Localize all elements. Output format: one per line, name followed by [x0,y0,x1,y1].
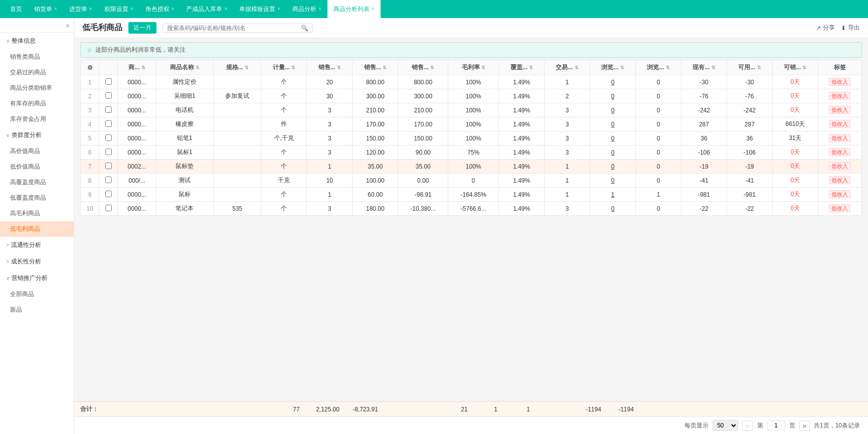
sidebar-item-交易过的商品[interactable]: 交易过的商品 [0,65,74,80]
nav-close-icon[interactable]: × [277,0,280,18]
sidebar-item-库存资金占用[interactable]: 库存资金占用 [0,111,74,127]
row-number: 6 [81,146,99,160]
sidebar-item-低毛利商品[interactable]: 低毛利商品 [0,221,74,237]
col-header-coverage[interactable]: 覆盖... ⇅ [499,60,545,75]
col-header-spec[interactable]: 规格... ⇅ [214,60,261,75]
table-row: 100000...笔记本535个3180.00-10,380...-5766.6… [81,202,862,216]
cell-name: 鼠标垫 [156,160,213,174]
cell-salesProfit: 170.00 [398,117,448,131]
sidebar-group-0[interactable]: ∨整体信息 [0,33,74,49]
row-checkbox[interactable] [105,92,112,99]
cell-salesQty: 3 [307,202,353,216]
cell-views1[interactable]: 0 [590,89,636,103]
sidebar-group-1[interactable]: ∨类群度分析 [0,127,74,143]
col-header-saleableStock[interactable]: 可销... ⇅ [772,60,818,75]
nav-close-icon[interactable]: × [318,0,321,18]
col-header-availableStock[interactable]: 可用... ⇅ [727,60,772,75]
col-header-salesAmt[interactable]: 销售... ⇅ [353,60,398,75]
sidebar-item-新品[interactable]: 新品 [0,302,74,318]
nav-item-产成品入库单[interactable]: 产成品入库单 × [180,0,233,18]
row-checkbox[interactable] [105,205,112,211]
sidebar-item-商品分类助销率[interactable]: 商品分类助销率 [0,80,74,96]
col-header-name[interactable]: 商品名称 ⇅ [156,60,213,75]
row-checkbox[interactable] [105,177,112,183]
row-number: 4 [81,117,99,131]
export-button[interactable]: ⬇ 导出 [841,24,860,32]
nav-item-商品分析列表[interactable]: 商品分析列表 × [327,0,381,18]
table-row: 60000...鼠标1个3120.0090.0075%1.49%300-106-… [81,146,862,160]
col-header-views2[interactable]: 浏览... ⇅ [636,60,681,75]
cell-views1[interactable]: 0 [590,131,636,146]
sidebar-group-3[interactable]: >成长性分析 [0,253,74,270]
cell-saleableStock: 0天 [772,103,818,117]
cell-spec: 535 [214,202,261,216]
cell-grossRate: 0 [448,174,499,188]
col-header-txnCount[interactable]: 交易... ⇅ [545,60,590,75]
sidebar-item-高价值商品[interactable]: 高价值商品 [0,143,74,159]
cell-views1[interactable]: 0 [590,103,636,117]
period-button[interactable]: 近一月 [128,22,156,34]
cell-tag: 低收入 [818,188,861,202]
cell-coverage: 1.49% [499,75,545,89]
cell-views1[interactable]: 0 [590,146,636,160]
col-header-salesProfit[interactable]: 销售... ⇅ [398,60,448,75]
search-input[interactable] [167,25,301,32]
nav-item-权限设置[interactable]: 权限设置 × [98,0,139,18]
page-input[interactable] [767,420,785,430]
cell-views1[interactable]: 0 [590,75,636,89]
col-header-unit[interactable]: 计量... ⇅ [261,60,307,75]
sidebar-collapse-button[interactable]: « [66,21,70,29]
col-header-salesQty[interactable]: 销售... ⇅ [307,60,353,75]
next-page-button[interactable]: » [799,420,810,431]
nav-close-icon[interactable]: × [372,0,375,18]
sidebar-group-2[interactable]: >流通性分析 [0,237,74,253]
col-header-code[interactable]: 商... ⇅ [118,60,156,75]
sidebar-item-低价值商品[interactable]: 低价值商品 [0,159,74,175]
sidebar-item-有库存的商品[interactable]: 有库存的商品 [0,96,74,111]
col-header-views1[interactable]: 浏览... ⇅ [590,60,636,75]
sidebar-item-销售类商品[interactable]: 销售类商品 [0,49,74,65]
nav-item-销货单[interactable]: 销货单 × [28,0,63,18]
nav-close-icon[interactable]: × [130,0,133,18]
row-checkbox[interactable] [105,106,112,113]
row-checkbox[interactable] [105,191,112,197]
footer-value: -8,723.91 [346,406,384,413]
cell-salesProfit: 300.00 [398,89,448,103]
row-checkbox[interactable] [105,134,112,141]
nav-item-角色授权[interactable]: 角色授权 × [139,0,181,18]
nav-item-单据模板设置[interactable]: 单据模板设置 × [233,0,286,18]
nav-item-商品分析[interactable]: 商品分析 × [286,0,327,18]
col-header-settings: ⚙ [81,60,99,75]
sidebar-group-4[interactable]: ∨营销推广分析 [0,270,74,286]
cell-code: 0000... [118,202,156,216]
cell-views1[interactable]: 0 [590,202,636,216]
cell-views1[interactable]: 0 [590,160,636,174]
cell-check [99,131,118,146]
row-checkbox[interactable] [105,120,112,127]
row-checkbox[interactable] [105,149,112,155]
share-button[interactable]: ↗ 分享 [816,24,835,32]
col-header-currentStock[interactable]: 现有... ⇅ [681,60,727,75]
sidebar-item-高覆盖度商品[interactable]: 高覆盖度商品 [0,175,74,190]
cell-views1[interactable]: 1 [590,188,636,202]
cell-availableStock: 287 [727,117,772,131]
row-checkbox[interactable] [105,163,112,169]
per-page-select[interactable]: 50 100 200 [713,420,738,431]
nav-close-icon[interactable]: × [224,0,227,18]
table-row: 20000...吴细细1参加复试个30300.00300.00100%1.49%… [81,89,862,103]
cell-views1[interactable]: 0 [590,174,636,188]
sidebar-item-低覆盖度商品[interactable]: 低覆盖度商品 [0,190,74,206]
prev-page-button[interactable]: « [742,420,753,431]
col-header-grossRate[interactable]: 毛利率 ⇅ [448,60,499,75]
search-icon[interactable]: 🔍 [301,25,308,32]
row-checkbox[interactable] [105,78,112,85]
sidebar-item-高毛利商品[interactable]: 高毛利商品 [0,206,74,221]
sidebar-item-全部商品[interactable]: 全部商品 [0,286,74,302]
cell-unit: 个 [261,202,307,216]
nav-close-icon[interactable]: × [89,0,92,18]
nav-item-进货单[interactable]: 进货单 × [63,0,98,18]
nav-item-首页[interactable]: 首页 [4,0,28,18]
nav-close-icon[interactable]: × [171,0,175,18]
nav-close-icon[interactable]: × [54,0,57,18]
cell-views1[interactable]: 0 [590,117,636,131]
